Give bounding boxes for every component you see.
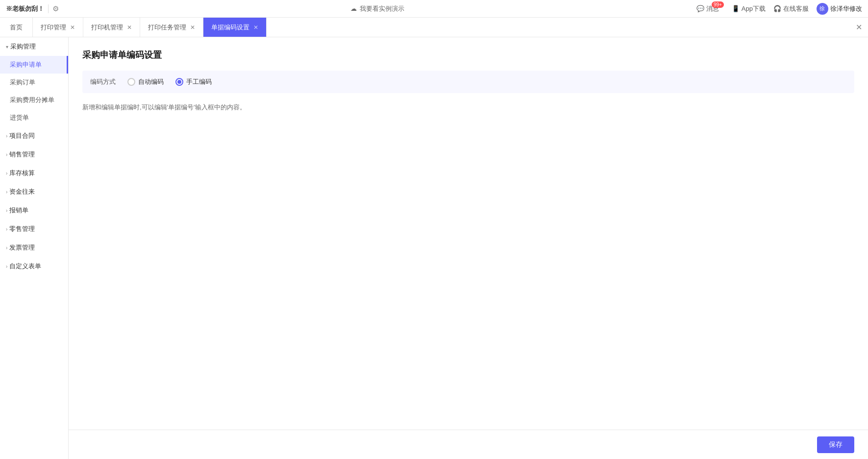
sidebar-item-purchase-expense[interactable]: 采购费用分摊单 xyxy=(0,91,68,109)
auto-code-option[interactable]: 自动编码 xyxy=(127,77,164,86)
sidebar-group-inventory-header[interactable]: › 库存核算 xyxy=(0,164,68,182)
arrow-right-icon-invoice: › xyxy=(6,245,7,251)
sidebar-item-purchase-expense-label: 采购费用分摊单 xyxy=(10,96,54,103)
tab-code-settings-close[interactable]: ✕ xyxy=(253,24,258,31)
arrow-right-icon-expense: › xyxy=(6,208,7,213)
app-download-button[interactable]: 📱 App下载 xyxy=(732,4,766,13)
manual-code-option[interactable]: 手工编码 xyxy=(175,77,212,86)
sidebar-group-retail: › 零售管理 xyxy=(0,220,68,238)
tab-print-task-management[interactable]: 打印任务管理 ✕ xyxy=(140,18,203,37)
tab-printer-management-label: 打印机管理 xyxy=(91,23,123,32)
cloud-icon: ☁ xyxy=(350,5,357,12)
tab-home[interactable]: 首页 xyxy=(0,18,33,37)
tab-print-task-management-label: 打印任务管理 xyxy=(148,23,186,32)
close-all-button[interactable]: ✕ xyxy=(850,18,868,37)
top-bar-left: ※老板勿刮！ ⚙ xyxy=(6,4,59,13)
arrow-right-icon-inventory: › xyxy=(6,171,7,176)
sidebar-group-sales-label: 销售管理 xyxy=(9,150,35,159)
message-badge: 99+ xyxy=(712,1,724,8)
sidebar-group-sales-header[interactable]: › 销售管理 xyxy=(0,145,68,164)
search-text[interactable]: 我要看实例演示 xyxy=(360,4,404,13)
sidebar-group-purchase-label: 采购管理 xyxy=(10,42,36,51)
tab-code-settings-label: 单据编码设置 xyxy=(211,23,249,32)
manual-code-radio[interactable] xyxy=(175,78,183,86)
code-setting-row: 编码方式 自动编码 手工编码 xyxy=(82,71,854,93)
content-footer: 保存 xyxy=(69,430,868,459)
avatar: 徐 xyxy=(817,3,828,15)
sidebar-group-retail-header[interactable]: › 零售管理 xyxy=(0,220,68,238)
sidebar-group-custom-header[interactable]: › 自定义表单 xyxy=(0,257,68,276)
settings-icon[interactable]: ⚙ xyxy=(52,4,59,13)
top-bar-right: 💬 消息 99+ 📱 App下载 🎧 在线客服 徐 徐泽华修改 xyxy=(696,3,862,15)
sidebar-group-inventory: › 库存核算 xyxy=(0,164,68,182)
sidebar-item-receipt[interactable]: 进货单 xyxy=(0,109,68,127)
online-service-button[interactable]: 🎧 在线客服 xyxy=(773,4,809,13)
tab-print-management-close[interactable]: ✕ xyxy=(70,24,75,31)
tab-print-management[interactable]: 打印管理 ✕ xyxy=(33,18,83,37)
arrow-right-icon-project: › xyxy=(6,133,7,139)
tab-print-task-management-close[interactable]: ✕ xyxy=(190,24,195,31)
avatar-initial: 徐 xyxy=(819,5,825,12)
manual-code-label: 手工编码 xyxy=(186,77,212,86)
sidebar-group-invoice-label: 发票管理 xyxy=(9,243,35,252)
sidebar-group-custom: › 自定义表单 xyxy=(0,257,68,276)
page-title: 采购申请单编码设置 xyxy=(82,49,854,61)
arrow-right-icon-retail: › xyxy=(6,227,7,232)
sidebar-item-purchase-order[interactable]: 采购订单 xyxy=(0,74,68,91)
sidebar-group-project: › 项目合同 xyxy=(0,127,68,145)
description-text: 新增和编辑单据编时,可以编辑'单据编号'输入框中的内容。 xyxy=(82,103,854,112)
sidebar-group-capital-header[interactable]: › 资金往来 xyxy=(0,182,68,201)
sidebar-group-expense: › 报销单 xyxy=(0,201,68,220)
sidebar-group-invoice-header[interactable]: › 发票管理 xyxy=(0,238,68,257)
sidebar-group-sales: › 销售管理 xyxy=(0,145,68,164)
tab-print-management-label: 打印管理 xyxy=(41,23,66,32)
sidebar-group-capital-label: 资金往来 xyxy=(9,187,35,196)
auto-code-label: 自动编码 xyxy=(138,77,164,86)
sidebar-group-project-label: 项目合同 xyxy=(9,131,35,140)
app-download-label: App下载 xyxy=(742,4,766,13)
sidebar-group-purchase: ▾ 采购管理 采购申请单 采购订单 采购费用分摊单 进货单 xyxy=(0,37,68,127)
search-area[interactable]: ☁ 我要看实例演示 xyxy=(350,4,404,13)
top-bar: ※老板勿刮！ ⚙ ☁ 我要看实例演示 💬 消息 99+ 📱 App下载 🎧 在线… xyxy=(0,0,868,18)
sidebar: ▾ 采购管理 采购申请单 采购订单 采购费用分摊单 进货单 › 项目合同 xyxy=(0,37,69,459)
sidebar-group-inventory-label: 库存核算 xyxy=(9,169,35,178)
online-service-label: 在线客服 xyxy=(783,4,809,13)
sidebar-group-expense-label: 报销单 xyxy=(9,206,28,215)
sidebar-group-invoice: › 发票管理 xyxy=(0,238,68,257)
arrow-right-icon-capital: › xyxy=(6,189,7,195)
sidebar-group-capital: › 资金往来 xyxy=(0,182,68,201)
divider xyxy=(48,4,49,13)
logo-text: ※老板勿刮！ xyxy=(6,4,44,13)
sidebar-group-project-header[interactable]: › 项目合同 xyxy=(0,127,68,145)
message-button[interactable]: 💬 消息 99+ xyxy=(696,4,719,13)
tab-home-label: 首页 xyxy=(10,23,23,32)
sidebar-group-retail-label: 零售管理 xyxy=(9,225,35,233)
sidebar-item-receipt-label: 进货单 xyxy=(10,114,29,121)
content-area: 采购申请单编码设置 编码方式 自动编码 手工编码 新增和编辑单据编时,可以编辑'… xyxy=(69,37,868,459)
tab-printer-management[interactable]: 打印机管理 ✕ xyxy=(83,18,140,37)
sidebar-item-purchase-order-label: 采购订单 xyxy=(10,78,35,86)
main-layout: ▾ 采购管理 采购申请单 采购订单 采购费用分摊单 进货单 › 项目合同 xyxy=(0,37,868,459)
arrow-down-icon: ▾ xyxy=(6,44,8,50)
arrow-right-icon-sales: › xyxy=(6,152,7,157)
headset-icon: 🎧 xyxy=(773,5,781,12)
sidebar-group-custom-label: 自定义表单 xyxy=(9,262,41,271)
user-avatar-area[interactable]: 徐 徐泽华修改 xyxy=(817,3,862,15)
arrow-right-icon-custom: › xyxy=(6,264,7,269)
tab-code-settings[interactable]: 单据编码设置 ✕ xyxy=(203,18,267,37)
sidebar-group-expense-header[interactable]: › 报销单 xyxy=(0,201,68,220)
sidebar-item-purchase-request[interactable]: 采购申请单 xyxy=(0,56,68,74)
message-icon: 💬 xyxy=(696,5,704,12)
save-button[interactable]: 保存 xyxy=(817,436,854,453)
sidebar-group-purchase-header[interactable]: ▾ 采购管理 xyxy=(0,37,68,56)
sidebar-item-purchase-request-label: 采购申请单 xyxy=(10,61,42,68)
tab-printer-management-close[interactable]: ✕ xyxy=(127,24,132,31)
content-inner: 采购申请单编码设置 编码方式 自动编码 手工编码 新增和编辑单据编时,可以编辑'… xyxy=(69,37,868,430)
auto-code-radio[interactable] xyxy=(127,78,135,86)
download-icon: 📱 xyxy=(732,5,740,12)
tab-bar: 首页 打印管理 ✕ 打印机管理 ✕ 打印任务管理 ✕ 单据编码设置 ✕ ✕ xyxy=(0,18,868,37)
user-name: 徐泽华修改 xyxy=(830,4,862,13)
code-setting-label: 编码方式 xyxy=(90,77,116,86)
